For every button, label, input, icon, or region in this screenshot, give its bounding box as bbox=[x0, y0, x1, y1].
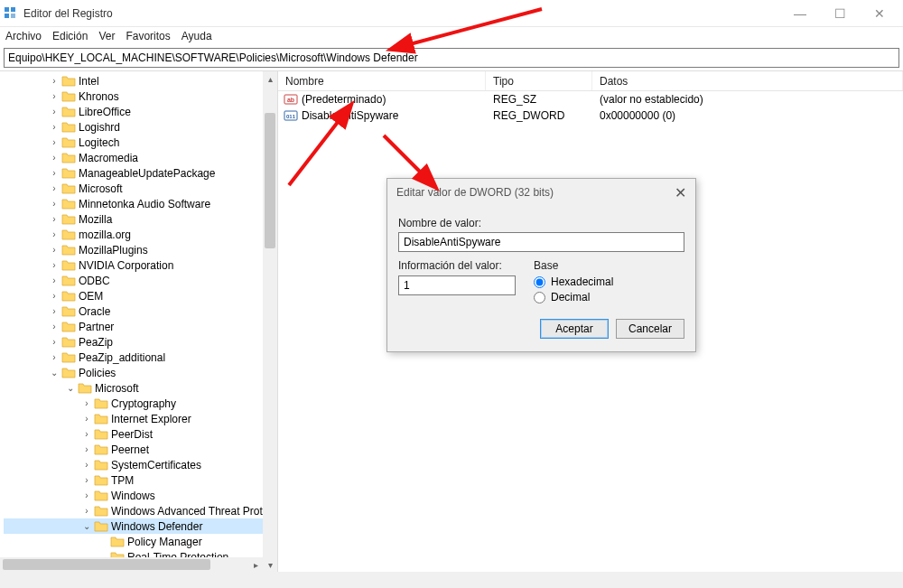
value-name-input[interactable] bbox=[398, 232, 684, 252]
expander-icon[interactable]: › bbox=[47, 306, 61, 316]
expander-icon[interactable]: › bbox=[47, 260, 61, 270]
scroll-right-icon[interactable]: ▸ bbox=[248, 557, 263, 572]
tree-node-windows-advanced-threat-protect[interactable]: ›Windows Advanced Threat Protect bbox=[4, 503, 277, 518]
column-name[interactable]: Nombre bbox=[278, 71, 486, 90]
address-bar[interactable]: Equipo\HKEY_LOCAL_MACHINE\SOFTWARE\Polic… bbox=[4, 48, 899, 68]
tree-node-windows[interactable]: ›Windows bbox=[4, 488, 277, 503]
tree-node-logitech[interactable]: ›Logitech bbox=[4, 135, 277, 150]
expander-icon[interactable]: › bbox=[79, 490, 94, 500]
expander-icon[interactable]: › bbox=[79, 429, 94, 439]
tree-horizontal-scrollbar[interactable]: ◂ ▸ bbox=[0, 557, 263, 572]
expander-icon[interactable]: › bbox=[47, 137, 61, 147]
ok-button[interactable]: Aceptar bbox=[540, 319, 609, 339]
hex-radio-input[interactable] bbox=[534, 276, 545, 288]
expander-icon[interactable]: › bbox=[47, 183, 61, 193]
decimal-radio-input[interactable] bbox=[534, 292, 545, 303]
dialog-titlebar[interactable]: Editar valor de DWORD (32 bits) ✕ bbox=[387, 179, 695, 206]
folder-icon bbox=[61, 244, 76, 257]
tree-node-libreoffice[interactable]: ›LibreOffice bbox=[4, 104, 277, 119]
list-row[interactable]: 011DisableAntiSpywareREG_DWORD0x00000000… bbox=[278, 107, 903, 124]
menu-ayuda[interactable]: Ayuda bbox=[182, 30, 212, 42]
tree-node-macromedia[interactable]: ›Macromedia bbox=[4, 150, 277, 165]
tree-node-minnetonka-audio-software[interactable]: ›Minnetonka Audio Software bbox=[4, 196, 277, 211]
expander-icon[interactable]: › bbox=[79, 414, 94, 424]
column-data[interactable]: Datos bbox=[592, 71, 903, 90]
value-data: (valor no establecido) bbox=[592, 93, 903, 106]
expander-icon[interactable]: › bbox=[47, 245, 61, 255]
expander-icon[interactable]: › bbox=[47, 291, 61, 301]
cancel-button[interactable]: Cancelar bbox=[616, 319, 684, 339]
tree-node-khronos[interactable]: ›Khronos bbox=[4, 89, 277, 104]
value-data-input[interactable] bbox=[398, 275, 516, 295]
scroll-up-icon[interactable]: ▴ bbox=[263, 71, 277, 86]
expander-icon[interactable]: ⌄ bbox=[47, 368, 61, 378]
expander-icon[interactable]: › bbox=[47, 352, 61, 362]
expander-icon[interactable]: › bbox=[79, 506, 94, 516]
expander-icon[interactable]: › bbox=[79, 475, 94, 485]
expander-icon[interactable]: › bbox=[47, 322, 61, 331]
close-button[interactable]: ✕ bbox=[860, 0, 899, 27]
tree-node-label: TPM bbox=[111, 474, 134, 487]
tree-node-peazip[interactable]: ›PeaZip bbox=[4, 334, 277, 350]
tree-node-intel[interactable]: ›Intel bbox=[4, 73, 277, 89]
menu-archivo[interactable]: Archivo bbox=[5, 30, 42, 42]
expander-icon[interactable]: › bbox=[47, 229, 61, 239]
decimal-radio[interactable]: Decimal bbox=[534, 291, 613, 303]
expander-icon[interactable]: › bbox=[79, 398, 94, 408]
tree-node-oem[interactable]: ›OEM bbox=[4, 288, 277, 303]
dialog-close-button[interactable]: ✕ bbox=[675, 184, 686, 201]
expander-icon[interactable]: › bbox=[47, 168, 61, 178]
expander-icon[interactable]: › bbox=[47, 91, 61, 101]
scroll-down-icon[interactable]: ▾ bbox=[263, 557, 277, 572]
expander-icon[interactable]: › bbox=[47, 337, 61, 347]
tree-node-internet-explorer[interactable]: ›Internet Explorer bbox=[4, 411, 277, 426]
tree-node-logishrd[interactable]: ›Logishrd bbox=[4, 119, 277, 135]
tree-node-systemcertificates[interactable]: ›SystemCertificates bbox=[4, 457, 277, 472]
hex-radio[interactable]: Hexadecimal bbox=[534, 275, 613, 288]
tree-node-peerdist[interactable]: ›PeerDist bbox=[4, 426, 277, 442]
tree-node-peazip-additional[interactable]: ›PeaZip_additional bbox=[4, 350, 277, 365]
tree-node-policies[interactable]: ⌄Policies bbox=[4, 365, 277, 380]
folder-icon bbox=[61, 213, 76, 226]
expander-icon[interactable]: › bbox=[47, 122, 61, 132]
tree-node-peernet[interactable]: ›Peernet bbox=[4, 442, 277, 457]
tree-node-windows-defender[interactable]: ⌄Windows Defender bbox=[4, 518, 277, 534]
tree-node-manageableupdatepackage[interactable]: ›ManageableUpdatePackage bbox=[4, 165, 277, 181]
menu-ver[interactable]: Ver bbox=[98, 30, 115, 42]
expander-icon[interactable]: › bbox=[47, 275, 61, 285]
tree-node-odbc[interactable]: ›ODBC bbox=[4, 273, 277, 288]
tree-node-partner[interactable]: ›Partner bbox=[4, 319, 277, 334]
expander-icon[interactable]: › bbox=[47, 199, 61, 209]
tree-node-mozilla[interactable]: ›Mozilla bbox=[4, 211, 277, 227]
expander-icon[interactable]: › bbox=[79, 460, 94, 470]
tree-vertical-scrollbar[interactable]: ▴ ▾ bbox=[263, 71, 277, 572]
tree-node-oracle[interactable]: ›Oracle bbox=[4, 303, 277, 319]
expander-icon[interactable]: ⌄ bbox=[79, 521, 94, 531]
menu-favoritos[interactable]: Favoritos bbox=[126, 30, 170, 42]
tree-node-policy-manager[interactable]: Policy Manager bbox=[4, 534, 277, 549]
expander-icon[interactable]: › bbox=[47, 76, 61, 86]
maximize-button[interactable]: ☐ bbox=[820, 0, 860, 27]
tree-node-mozilla-org[interactable]: ›mozilla.org bbox=[4, 227, 277, 242]
tree-node-tpm[interactable]: ›TPM bbox=[4, 472, 277, 488]
regedit-icon bbox=[4, 6, 18, 21]
scroll-thumb[interactable] bbox=[3, 559, 210, 570]
expander-icon[interactable]: › bbox=[47, 214, 61, 224]
minimize-button[interactable]: — bbox=[780, 0, 820, 27]
tree-node-label: Partner bbox=[79, 321, 114, 333]
tree-inner[interactable]: ›Intel›Khronos›LibreOffice›Logishrd›Logi… bbox=[0, 71, 277, 572]
tree-node-microsoft[interactable]: ›Microsoft bbox=[4, 181, 277, 196]
expander-icon[interactable]: › bbox=[79, 444, 94, 454]
expander-icon[interactable]: ⌄ bbox=[63, 383, 78, 393]
tree-node-nvidia-corporation[interactable]: ›NVIDIA Corporation bbox=[4, 257, 277, 273]
tree-node-cryptography[interactable]: ›Cryptography bbox=[4, 396, 277, 411]
tree-node-microsoft[interactable]: ⌄Microsoft bbox=[4, 380, 277, 396]
list-row[interactable]: ab(Predeterminado)REG_SZ(valor no establ… bbox=[278, 91, 903, 107]
menu-edicion[interactable]: Edición bbox=[52, 30, 88, 42]
tree-node-mozillaplugins[interactable]: ›MozillaPlugins bbox=[4, 242, 277, 257]
scroll-thumb[interactable] bbox=[265, 113, 275, 248]
expander-icon[interactable]: › bbox=[47, 153, 61, 163]
tree-node-label: LibreOffice bbox=[79, 106, 131, 118]
expander-icon[interactable]: › bbox=[47, 107, 61, 117]
column-type[interactable]: Tipo bbox=[486, 71, 592, 90]
